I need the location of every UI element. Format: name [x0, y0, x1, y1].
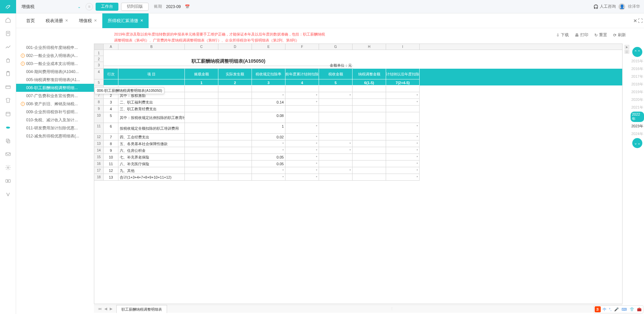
- cell[interactable]: [285, 147, 319, 154]
- column-header[interactable]: D: [218, 44, 252, 50]
- cell[interactable]: 0.05: [252, 154, 285, 161]
- cell[interactable]: [319, 154, 353, 161]
- cell[interactable]: [218, 92, 252, 99]
- column-header[interactable]: I: [386, 44, 420, 50]
- cell[interactable]: [252, 106, 285, 112]
- cell[interactable]: [218, 99, 252, 106]
- cell[interactable]: 12: [104, 167, 118, 174]
- nav-video-icon[interactable]: [0, 174, 16, 188]
- year-item[interactable]: 2023年: [631, 123, 643, 130]
- cell[interactable]: [353, 123, 386, 134]
- cell[interactable]: [252, 92, 285, 99]
- cell[interactable]: [285, 106, 319, 112]
- cell[interactable]: 6: [104, 123, 118, 134]
- fullscreen-icon[interactable]: ⛶: [638, 18, 643, 23]
- round-menu-button[interactable]: ≡: [86, 3, 93, 10]
- row-header[interactable]: 8: [94, 99, 104, 106]
- column-header[interactable]: H: [353, 44, 386, 50]
- cell[interactable]: [285, 123, 319, 134]
- cell[interactable]: [386, 134, 420, 140]
- year-item[interactable]: 2020年: [631, 96, 643, 103]
- cell[interactable]: 按税收规定全额扣除的职工培训费用: [118, 123, 185, 134]
- nav-shirt-icon[interactable]: [0, 94, 16, 107]
- cell[interactable]: 七、补充养老保险: [118, 154, 185, 161]
- cell[interactable]: [252, 174, 285, 181]
- nav-chart-icon[interactable]: [0, 40, 16, 54]
- year-item[interactable]: 2015年: [631, 58, 643, 65]
- cell[interactable]: 8: [104, 140, 118, 147]
- form-list-item[interactable]: !003-一般企业成本支出明细...: [16, 60, 94, 68]
- cell[interactable]: [319, 161, 353, 167]
- cell[interactable]: [319, 134, 353, 140]
- nav-home-icon[interactable]: [0, 13, 16, 27]
- year-item[interactable]: 2016年: [631, 65, 643, 72]
- row-header[interactable]: 17: [94, 167, 104, 174]
- row-header[interactable]: 1: [94, 50, 104, 56]
- cell[interactable]: 5: [104, 112, 118, 123]
- cell[interactable]: 11: [104, 161, 118, 167]
- switch-old-button[interactable]: 切到旧版: [121, 3, 149, 11]
- cell[interactable]: [185, 154, 218, 161]
- cell[interactable]: 10: [104, 154, 118, 161]
- row-header[interactable]: 12: [94, 134, 104, 140]
- cell[interactable]: [319, 123, 353, 134]
- cell[interactable]: [285, 112, 319, 123]
- cell[interactable]: 1: [252, 123, 285, 134]
- cell[interactable]: [319, 140, 353, 147]
- cell[interactable]: 3: [104, 99, 118, 106]
- column-header[interactable]: B: [118, 44, 185, 50]
- cell[interactable]: [285, 85, 319, 92]
- cell[interactable]: [218, 106, 252, 112]
- reset-button[interactable]: ↻ 重置: [594, 32, 607, 38]
- cell[interactable]: 0.05: [252, 161, 285, 167]
- cell[interactable]: [319, 106, 353, 112]
- row-header[interactable]: 2: [94, 56, 104, 62]
- form-list-item[interactable]: 005-纳税调整项目明细表(A1...: [16, 76, 94, 84]
- sheet-nav-first-icon[interactable]: ⏮: [98, 307, 102, 311]
- form-list-item[interactable]: 011-研发费用加计扣除优惠...: [16, 124, 94, 132]
- page-tab[interactable]: 首页: [21, 13, 40, 28]
- cell[interactable]: [353, 174, 386, 181]
- cell[interactable]: [386, 106, 420, 112]
- cell[interactable]: [386, 154, 420, 161]
- form-list-item[interactable]: 001-企业所得税年度纳税申...: [16, 44, 94, 52]
- cell[interactable]: [285, 154, 319, 161]
- close-all-tabs-icon[interactable]: ✕: [633, 18, 637, 23]
- cell[interactable]: [218, 85, 252, 92]
- cell[interactable]: [285, 134, 319, 140]
- cell[interactable]: 二、职工福利费支出: [118, 99, 185, 106]
- form-list-item[interactable]: !002-一般企业收入明细表(A...: [16, 52, 94, 60]
- cell[interactable]: [285, 140, 319, 147]
- brand-logo[interactable]: [0, 0, 16, 13]
- cell[interactable]: [319, 85, 353, 92]
- cell[interactable]: [319, 99, 353, 106]
- cell[interactable]: [285, 174, 319, 181]
- sheet-tab[interactable]: 职工薪酬纳税调整明细表: [116, 305, 167, 313]
- year-item[interactable]: 2018年: [631, 81, 643, 88]
- cell[interactable]: [185, 134, 218, 140]
- row-header[interactable]: 16: [94, 161, 104, 167]
- cell[interactable]: 0.08: [252, 112, 285, 123]
- calendar-icon[interactable]: 📅: [185, 4, 190, 9]
- cell[interactable]: 7: [104, 134, 118, 140]
- sheet-nav-next-icon[interactable]: ▶: [110, 307, 112, 311]
- cell[interactable]: [185, 147, 218, 154]
- row-header[interactable]: 11: [94, 123, 104, 134]
- form-list-item[interactable]: 007-广告费和业务宣传费跨...: [16, 92, 94, 100]
- cell[interactable]: [185, 85, 218, 92]
- cell[interactable]: 八、补充医疗保险: [118, 161, 185, 167]
- year-item[interactable]: 2017年: [631, 73, 643, 80]
- cell[interactable]: 4: [104, 106, 118, 112]
- nav-mail-icon[interactable]: [0, 147, 16, 161]
- form-list-item[interactable]: 010-免税、减计收入及加计...: [16, 116, 94, 124]
- cell[interactable]: [218, 174, 252, 181]
- cell[interactable]: [185, 123, 218, 134]
- row-header[interactable]: 15: [94, 154, 104, 161]
- cell[interactable]: [285, 161, 319, 167]
- close-icon[interactable]: ✕: [94, 18, 97, 23]
- form-list-item[interactable]: 012-减免所得税优惠明细表(...: [16, 132, 94, 140]
- cell[interactable]: [353, 134, 386, 140]
- cell[interactable]: 13: [104, 174, 118, 181]
- cell[interactable]: [319, 92, 353, 99]
- cell[interactable]: [218, 123, 252, 134]
